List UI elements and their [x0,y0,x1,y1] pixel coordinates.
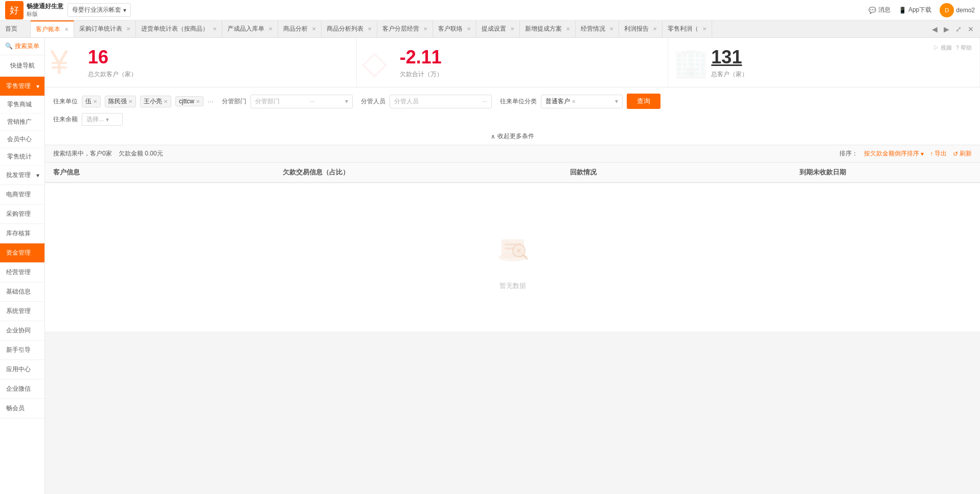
help-link[interactable]: ? 帮助 [956,44,972,52]
filter-area: 往来单位 伍 ✕ 陈民强 ✕ 王小亮 ✕ cjttcw ✕ ··· [45,87,980,145]
remove-icon[interactable]: ✕ [128,99,132,104]
tab-product-inbound[interactable]: 产成品入库单 ✕ [222,20,278,38]
tab-goods-analysis-list[interactable]: 商品分析列表 ✕ [322,20,377,38]
close-icon[interactable]: ✕ [609,26,613,32]
sidebar-item-marketing[interactable]: 营销推广 [0,114,44,131]
account-dropdown[interactable]: 母婴行业演示帐套 ▾ [67,3,131,17]
collapse-button[interactable]: ∧ 收起更多条件 [53,130,972,143]
sort-select[interactable]: 按欠款金额倒序排序 ▾ [864,149,924,158]
th-debt-info: 欠款交易信息（占比） [283,168,570,177]
unit-tag-wu[interactable]: 伍 ✕ [82,96,101,107]
close-icon[interactable]: ✕ [368,26,372,32]
empty-icon [487,224,538,275]
close-icon[interactable]: ✕ [653,26,657,32]
app-download-button[interactable]: 📱 App下载 [899,6,931,14]
sidebar-section-app-center[interactable]: 应用中心 [0,360,44,379]
unit-tag-cjttcw[interactable]: cjttcw ✕ [175,96,203,106]
sidebar-section-retail[interactable]: 零售管理 ▾ [0,77,44,96]
video-link[interactable]: ▷ 视频 [933,44,952,52]
close-icon[interactable]: ✕ [510,26,514,32]
tab-operation[interactable]: 经营情况 ✕ [576,20,619,38]
refresh-button[interactable]: ↺ 刷新 [953,149,972,158]
more-options-icon[interactable]: ··· [482,98,487,105]
tab-bar: 首页 客户账本 ✕ 采购订单统计表 ✕ 进货单统计表（按商品） ✕ 产成品入库单… [0,20,980,38]
unit-class-tag[interactable]: 普通客户 ✕ [545,97,576,106]
sidebar-item-retail-shop[interactable]: 零售商城 [0,96,44,114]
close-icon[interactable]: ✕ [64,27,69,32]
stats-row: ¥ 16 总欠款客户（家） ◇ -2.11 欠款合计（万） 🏢 131 总客户（… [45,38,980,87]
balance-select[interactable]: 选择... ▾ [82,113,123,126]
unit-tag-chenmq[interactable]: 陈民强 ✕ [105,96,136,107]
tab-retail-profit[interactable]: 零售利润（ ✕ [663,20,712,38]
sidebar-section-operation-mgmt[interactable]: 经营管理 [0,263,44,282]
sidebar-section-ecommerce[interactable]: 电商管理 [0,185,44,205]
remove-icon[interactable]: ✕ [164,99,168,104]
tab-expand-icon[interactable]: ⤢ [953,24,964,34]
sidebar-search[interactable]: 🔍 搜索菜单 [0,38,44,55]
person-select[interactable]: 分管人员 ··· [390,95,492,108]
unit-class-select[interactable]: 普通客户 ✕ ▾ [541,95,623,108]
message-button[interactable]: 💬 消息 [869,6,891,14]
tab-prev-icon[interactable]: ◀ [930,24,940,34]
sidebar-section-enterprise-wechat[interactable]: 企业微信 [0,379,44,399]
tab-home[interactable]: 首页 [0,20,31,38]
query-button[interactable]: 查询 [627,94,660,109]
close-icon[interactable]: ✕ [467,26,471,32]
tab-customer-tier[interactable]: 客户分层经营 ✕ [377,20,433,38]
customer-contact-tab-label: 客户联络 [438,25,463,33]
chevron-down-icon: ▾ [921,150,924,158]
sidebar-section-finance[interactable]: 资金管理 [0,243,44,263]
tab-customer-contact[interactable]: 客户联络 ✕ [433,20,476,38]
logo-sub: 标版 [27,11,38,17]
tab-purchase-order[interactable]: 采购订单统计表 ✕ [74,20,136,38]
dept-select[interactable]: 分管部门 ··· ▾ [250,95,353,108]
close-icon[interactable]: ✕ [312,26,316,32]
chevron-icon: ▾ [36,83,39,90]
sidebar-section-basic-info[interactable]: 基础信息 [0,282,44,302]
stock-stat-tab-label: 进货单统计表（按商品） [141,25,209,33]
unit-tag-wangxl[interactable]: 王小亮 ✕ [140,96,171,107]
sidebar-section-wholesale[interactable]: 批发管理 ▾ [0,166,44,185]
sidebar-section-inventory[interactable]: 库存核算 [0,224,44,243]
tab-profit-report[interactable]: 利润报告 ✕ [619,20,663,38]
close-icon[interactable]: ✕ [213,26,217,32]
main-layout: 🔍 搜索菜单 快捷导航 零售管理 ▾ 零售商城 营销推广 会员中心 零售统计 批… [0,38,980,494]
tab-next-icon[interactable]: ▶ [942,24,951,34]
more-options-icon[interactable]: ··· [310,98,315,105]
tab-close-all-icon[interactable]: ✕ [966,24,976,34]
dept-filter-label: 分管部门 [222,97,246,106]
avatar: D [940,3,954,17]
chevron-down-icon: ▾ [615,98,618,105]
close-icon[interactable]: ✕ [126,26,130,32]
stat-total-customers: ¥ 16 总欠款客户（家） [45,38,357,87]
remove-icon[interactable]: ✕ [196,99,200,104]
sidebar-item-member[interactable]: 会员中心 [0,131,44,148]
person-placeholder: 分管人员 [394,97,419,106]
sidebar-section-vip-member[interactable]: 畅会员 [0,399,44,418]
remove-icon[interactable]: ✕ [93,99,97,104]
more-tags-icon[interactable]: ··· [208,97,214,105]
close-icon[interactable]: ✕ [268,26,272,32]
sidebar-section-purchase[interactable]: 采购管理 [0,205,44,224]
sidebar-item-retail-stat[interactable]: 零售统计 [0,148,44,166]
close-icon[interactable]: ✕ [423,26,427,32]
sidebar-section-enterprise-coop[interactable]: 企业协同 [0,321,44,341]
th-overdue: 到期未收款日期 [800,168,972,177]
tab-goods-analysis[interactable]: 商品分析 ✕ [278,20,322,38]
remove-icon[interactable]: ✕ [572,99,576,104]
user-avatar-area[interactable]: D demo2 [940,3,975,17]
logo-text: 畅捷通好生意 标版 [27,3,63,18]
tab-promote-setting[interactable]: 提成设置 ✕ [476,20,520,38]
tab-new-promote[interactable]: 新增提成方案 ✕ [520,20,576,38]
sidebar-section-new-guide[interactable]: 新手引导 [0,341,44,360]
table-header: 客户信息 欠款交易信息（占比） 回款情况 到期未收款日期 [45,163,980,183]
balance-placeholder: 选择... [86,115,104,124]
chevron-up-icon: ∧ [491,133,495,140]
tab-customer-book[interactable]: 客户账本 ✕ [31,20,74,38]
sidebar-section-sys-mgmt[interactable]: 系统管理 [0,302,44,321]
export-button[interactable]: ↑ 导出 [930,149,947,158]
sidebar-item-quick-nav[interactable]: 快捷导航 [0,57,44,74]
close-icon[interactable]: ✕ [566,26,570,32]
tab-stock-stat[interactable]: 进货单统计表（按商品） ✕ [136,20,222,38]
close-icon[interactable]: ✕ [702,26,706,32]
